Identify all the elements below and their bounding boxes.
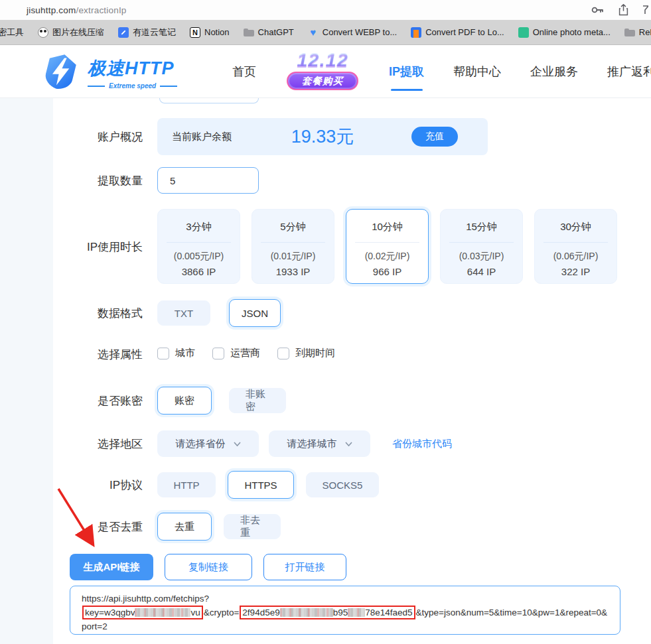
nav-item-home[interactable]: 首页 [232, 64, 256, 80]
format-option-json[interactable]: JSON [229, 299, 281, 327]
duration-card-30min[interactable]: 30分钟 (0.06元/IP) 322 IP [534, 209, 617, 284]
chevron-down-icon [234, 442, 241, 446]
site-header: 极速HTTP Extreme speed 首页 12.12 套餐购买 IP提取 … [0, 45, 651, 98]
auth-option-credentials[interactable]: 账密 [157, 387, 212, 415]
bookmark-item[interactable]: ♥Convert WEBP to... [308, 27, 397, 38]
protocol-row-label: IP协议 [53, 478, 143, 493]
dedup-options: 去重 非去重 [157, 513, 281, 541]
clipped-toolbar-icon[interactable] [643, 5, 648, 15]
url-host: jisuhttp.com [27, 5, 76, 15]
bookmarks-bar: 加密工具 图片在线压缩 有道云笔记 NNotion ChatGPT ♥Conve… [0, 20, 651, 45]
key-redaction-box: key=w3qgbvvu [82, 606, 203, 619]
api-url-box[interactable]: https://api.jisuhttp.com/fetchips? key=w… [70, 586, 620, 635]
protocol-option-http[interactable]: HTTP [157, 472, 216, 497]
protocol-row: IP协议 HTTP HTTPS SOCKS5 [53, 471, 651, 499]
actions-row: 生成API链接 复制链接 打开链接 [53, 554, 651, 580]
nav-item-referral[interactable]: 推广返利 [607, 64, 651, 80]
protocol-option-socks5[interactable]: SOCKS5 [306, 472, 379, 497]
heart-icon: ♥ [308, 27, 319, 38]
quantity-row: 提取数量 [53, 167, 651, 194]
attributes-row: 选择属性 城市 运营商 到期时间 [53, 347, 651, 361]
checkbox-box[interactable] [277, 348, 289, 359]
format-option-txt[interactable]: TXT [157, 300, 210, 326]
copy-link-button[interactable]: 复制链接 [165, 554, 252, 580]
api-url-line1: https://api.jisuhttp.com/fetchips? [82, 592, 620, 606]
open-link-button[interactable]: 打开链接 [263, 554, 346, 580]
dedup-row: 是否去重 去重 非去重 [53, 513, 651, 541]
nav-item-enterprise[interactable]: 企业服务 [530, 64, 578, 80]
region-selects: 请选择省份 请选择城市 省份城市代码 [157, 430, 452, 457]
address-bar[interactable]: jisuhttp.com/extractionIp [27, 5, 127, 15]
balance-panel: 当前账户余额 19.33元 充值 [157, 118, 488, 155]
bookmark-item[interactable]: ChatGPT [244, 27, 294, 38]
password-key-icon[interactable] [591, 6, 604, 14]
extraction-form: 账户概况 当前账户余额 19.33元 充值 提取数量 IP使用时长 3分钟 (0… [53, 98, 651, 644]
balance-value: 19.33元 [291, 125, 354, 149]
dedup-option-no[interactable]: 非去重 [224, 514, 281, 539]
province-select[interactable]: 请选择省份 [157, 430, 259, 457]
checkbox-expire-time[interactable]: 到期时间 [277, 347, 335, 359]
nav-item-ip-extract[interactable]: IP提取 [389, 64, 424, 80]
auth-row-label: 是否账密 [53, 393, 143, 409]
promo-1212-text: 12.12 [285, 49, 360, 71]
attributes-row-label: 选择属性 [53, 347, 143, 362]
bookmark-item[interactable]: 加密工具 [0, 27, 24, 38]
api-url-line3: port=2 [82, 619, 620, 633]
checkbox-carrier[interactable]: 运营商 [212, 347, 260, 359]
youdao-pen-icon [118, 27, 129, 38]
bookmark-item[interactable]: 图片在线压缩 [38, 27, 104, 38]
region-row-label: 选择地区 [53, 436, 143, 452]
nav-item-help-center[interactable]: 帮助中心 [453, 64, 501, 80]
checkbox-box[interactable] [157, 348, 169, 359]
quantity-row-label: 提取数量 [53, 173, 143, 188]
duration-card-list: 3分钟 (0.005元/IP) 3866 IP 5分钟 (0.01元/IP) 1… [157, 209, 617, 284]
promo-1212-badge[interactable]: 12.12 套餐购买 [285, 52, 360, 93]
auth-row: 是否账密 账密 非账密 [53, 387, 651, 415]
duration-card-5min[interactable]: 5分钟 (0.01元/IP) 1933 IP [252, 209, 334, 284]
page: jisuhttp.com/extractionIp 加密工具 图片在线压缩 有道… [0, 0, 651, 644]
url-path: /extractionIp [76, 5, 126, 15]
account-row: 账户概况 当前账户余额 19.33元 充值 [53, 118, 651, 155]
duration-card-10min[interactable]: 10分钟 (0.02元/IP) 966 IP [346, 209, 429, 284]
logo-tagline: Extreme speed [88, 82, 177, 90]
pdf-converter-icon [411, 27, 421, 38]
duration-card-15min[interactable]: 15分钟 (0.03元/IP) 644 IP [440, 209, 523, 284]
checkbox-city[interactable]: 城市 [157, 347, 195, 359]
bookmark-item[interactable]: Online photo meta... [518, 27, 611, 38]
duration-row: IP使用时长 3分钟 (0.005元/IP) 3866 IP 5分钟 (0.01… [53, 209, 651, 284]
province-city-code-link[interactable]: 省份城市代码 [392, 438, 452, 450]
format-row: 数据格式 TXT JSON [53, 299, 651, 327]
bookmark-item[interactable]: 有道云笔记 [118, 27, 176, 38]
generate-api-link-button[interactable]: 生成API链接 [70, 554, 153, 580]
pixelated-mask [135, 608, 190, 617]
account-row-label: 账户概况 [53, 129, 143, 145]
duration-card-3min[interactable]: 3分钟 (0.005元/IP) 3866 IP [157, 209, 240, 284]
checkbox-box[interactable] [212, 348, 224, 359]
format-row-label: 数据格式 [53, 306, 143, 321]
pixelated-mask [348, 608, 365, 617]
duration-row-label: IP使用时长 [53, 239, 143, 254]
api-url-row: https://api.jisuhttp.com/fetchips? key=w… [53, 586, 651, 635]
lightning-bolt-logo-icon [41, 52, 80, 94]
browser-url-bar: jisuhttp.com/extractionIp [0, 0, 651, 20]
city-select[interactable]: 请选择城市 [269, 430, 370, 457]
folder-icon [624, 27, 635, 38]
logo-title: 极速HTTP [88, 56, 177, 80]
format-options: TXT JSON [157, 299, 281, 327]
bookmark-item[interactable]: Relakkes [624, 27, 651, 38]
pixelated-mask [280, 608, 333, 617]
site-logo[interactable]: 极速HTTP Extreme speed [41, 52, 177, 94]
auth-option-no-credentials[interactable]: 非账密 [229, 388, 286, 413]
bookmark-item[interactable]: NNotion [190, 27, 230, 38]
protocol-option-https[interactable]: HTTPS [228, 471, 294, 499]
photo-meta-icon [518, 27, 529, 38]
recharge-button[interactable]: 充值 [411, 127, 458, 147]
dedup-option-yes[interactable]: 去重 [157, 513, 212, 541]
active-nav-underline [391, 89, 423, 91]
dedup-row-label: 是否去重 [53, 519, 143, 535]
share-icon[interactable] [618, 4, 628, 16]
folder-icon [244, 27, 254, 38]
quantity-input[interactable] [157, 167, 259, 194]
bookmark-item[interactable]: Convert PDF to Lo... [411, 27, 504, 38]
region-row: 选择地区 请选择省份 请选择城市 省份城市代码 [53, 430, 651, 457]
